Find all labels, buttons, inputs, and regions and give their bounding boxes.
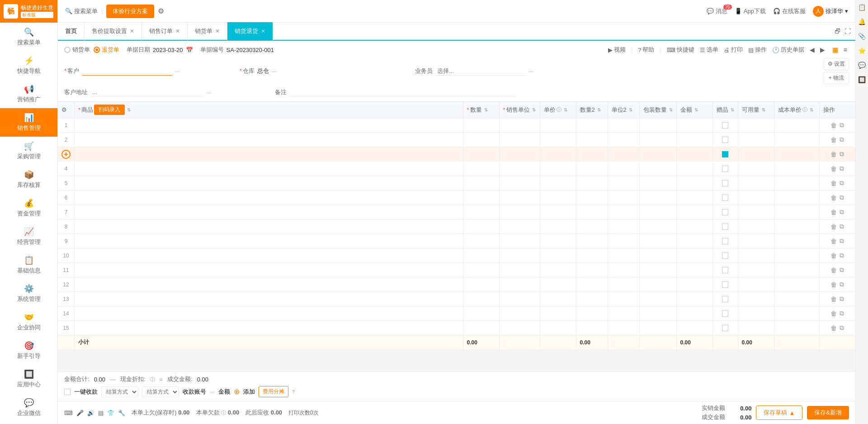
sidebar-item-shortcut[interactable]: ⚡ 快捷导航 — [0, 51, 57, 80]
qty2-cell[interactable] — [576, 118, 608, 133]
sidebar-item-marketing[interactable]: 📢 营销推广 — [0, 80, 57, 108]
product-input-active[interactable] — [78, 151, 459, 157]
sale-unit-cell[interactable] — [499, 118, 540, 133]
copy-icon[interactable]: ⧉ — [840, 194, 844, 201]
radio-return[interactable]: 退货单 — [94, 46, 119, 54]
calendar-icon[interactable]: 📅 — [186, 47, 193, 53]
account-method-select[interactable]: 结算方式 — [101, 386, 138, 397]
customer-dots[interactable]: ··· — [175, 68, 180, 75]
copy-icon[interactable]: ⧉ — [840, 223, 844, 230]
print-btn[interactable]: 🖨 打印 — [724, 46, 743, 54]
price-cell[interactable] — [540, 118, 576, 133]
sidebar-item-finance[interactable]: 💰 资金管理 — [0, 194, 57, 222]
tab-sales-out[interactable]: 销货单 ✕ — [188, 22, 227, 40]
sidebar-item-purchase[interactable]: 🛒 采购管理 — [0, 137, 57, 165]
copy-icon[interactable]: ⧉ — [840, 136, 844, 143]
tab-price-set[interactable]: 售价提取设置 ✕ — [85, 22, 142, 40]
delete-icon[interactable]: 🗑 — [830, 267, 837, 274]
delete-icon[interactable]: 🗑 — [830, 324, 837, 332]
pkgqty-sort-icon[interactable]: ⇅ — [669, 107, 673, 112]
right-panel-icon-1[interactable]: 📋 — [857, 2, 868, 13]
settings-button[interactable]: ⚙ 设置 — [824, 58, 849, 70]
calc-method-select[interactable]: 结算方式 — [142, 386, 179, 397]
sidebar-item-operations[interactable]: 📈 经营管理 — [0, 222, 57, 251]
sidebar-item-inventory[interactable]: 📦 库存核算 — [0, 165, 57, 194]
delete-icon[interactable]: 🗑 — [830, 295, 837, 303]
qty-cell[interactable] — [463, 118, 499, 133]
tab-sales-return[interactable]: 销货退货 ✕ — [227, 22, 273, 40]
product-sort-icon[interactable]: ⇅ — [127, 107, 131, 112]
delete-icon[interactable]: 🗑 — [830, 136, 837, 143]
gift-sort-icon[interactable]: ⇅ — [731, 107, 734, 112]
delete-icon[interactable]: 🗑 — [830, 122, 837, 129]
remark-input[interactable] — [289, 88, 515, 97]
sidebar-item-appstore[interactable]: 🔲 应用中心 — [0, 365, 57, 393]
gift-checkbox[interactable] — [722, 137, 728, 143]
delete-icon[interactable]: 🗑 — [830, 252, 837, 259]
copy-icon[interactable]: ⧉ — [840, 324, 844, 332]
sidebar-item-wechat[interactable]: 💬 企业微信 — [0, 393, 57, 422]
right-panel-icon-4[interactable]: ⭐ — [857, 45, 868, 56]
user-menu[interactable]: 人 徐泽华 ▾ — [813, 6, 848, 17]
amount-sort-icon[interactable]: ⇅ — [694, 107, 698, 112]
qty2-sort-icon[interactable]: ⇅ — [597, 107, 601, 112]
available-cell[interactable] — [738, 118, 774, 133]
add-payment-icon[interactable]: ⊕ — [234, 387, 240, 396]
copy-icon[interactable]: ⧉ — [840, 121, 844, 129]
topbar-settings-icon[interactable]: ⚙ — [158, 7, 164, 15]
list-view-icon[interactable]: ≡ — [842, 45, 849, 54]
shortcut-btn[interactable]: ⌨ 快捷键 — [667, 46, 694, 54]
available-sort-icon[interactable]: ⇅ — [762, 107, 765, 112]
tab-sales-order[interactable]: 销售订单 ✕ — [142, 22, 188, 40]
amount-cell[interactable] — [676, 118, 712, 133]
sidebar-item-sales[interactable]: 📊 销售管理 — [0, 108, 57, 137]
sidebar-item-member[interactable]: 👑 畅会员 — [0, 422, 57, 424]
sidebar-item-enterprise[interactable]: 🤝 企业协同 — [0, 308, 57, 336]
salesperson-input[interactable] — [435, 67, 526, 76]
delete-icon[interactable]: 🗑 — [830, 180, 837, 187]
qty-sort-icon[interactable]: ⇅ — [484, 107, 488, 112]
logistics-button[interactable]: + 物流 — [824, 72, 849, 84]
one-click-checkbox[interactable] — [64, 389, 71, 395]
copy-icon[interactable]: ⧉ — [840, 252, 844, 259]
copy-icon[interactable]: ⧉ — [840, 281, 844, 288]
price-sort-icon[interactable]: ⇅ — [564, 107, 567, 112]
delete-icon[interactable]: 🗑 — [830, 194, 837, 201]
right-panel-icon-2[interactable]: 🔔 — [857, 16, 868, 27]
right-panel-icon-6[interactable]: 🔲 — [857, 74, 868, 85]
search-menu[interactable]: 🔍 搜索菜单 — [65, 7, 98, 15]
copy-icon[interactable]: ⧉ — [840, 179, 844, 187]
delete-icon[interactable]: 🗑 — [830, 310, 837, 317]
copy-icon[interactable]: ⧉ — [840, 208, 844, 216]
online-service-button[interactable]: 🎧 在线客服 — [773, 7, 806, 15]
right-panel-icon-5[interactable]: 💬 — [857, 60, 868, 71]
video-btn[interactable]: ▶ 视频 — [608, 46, 626, 54]
account-dots[interactable]: ··· — [210, 388, 215, 395]
copy-icon[interactable]: ⧉ — [840, 310, 844, 317]
copy-icon[interactable]: ⧉ — [840, 165, 844, 172]
message-button[interactable]: 💬 消息 70 — [707, 7, 727, 15]
radio-sale-btn[interactable] — [64, 47, 71, 53]
grid-view-icon[interactable]: ▦ — [830, 45, 840, 54]
operate-btn[interactable]: ▤ 操作 — [748, 46, 767, 54]
unit2-cell[interactable] — [608, 118, 639, 133]
customer-input[interactable] — [82, 67, 172, 76]
copy-icon[interactable]: ⧉ — [840, 266, 844, 274]
cost-cell[interactable] — [774, 118, 819, 133]
delete-icon[interactable]: 🗑 — [830, 209, 837, 216]
tab-close-sales-order[interactable]: ✕ — [175, 28, 180, 34]
tab-close-sales-return[interactable]: ✕ — [261, 28, 265, 34]
gift-cell[interactable] — [712, 118, 738, 133]
salesperson-dots[interactable]: ··· — [528, 68, 533, 75]
unit2-sort-icon[interactable]: ⇅ — [629, 107, 632, 112]
nav-prev-icon[interactable]: ◀ — [810, 46, 815, 53]
save-new-button[interactable]: 保存&新增 — [807, 406, 849, 419]
sale-unit-sort-icon[interactable]: ⇅ — [532, 107, 536, 112]
delete-icon[interactable]: 🗑 — [830, 281, 837, 288]
select-btn[interactable]: ☰ 选单 — [700, 46, 718, 54]
tab-close-sales-out[interactable]: ✕ — [215, 28, 220, 34]
copy-icon[interactable]: ⧉ — [840, 150, 844, 158]
right-panel-icon-3[interactable]: 📎 — [857, 31, 868, 42]
warehouse-dots[interactable]: ··· — [272, 68, 277, 75]
delete-icon[interactable]: 🗑 — [830, 151, 837, 158]
